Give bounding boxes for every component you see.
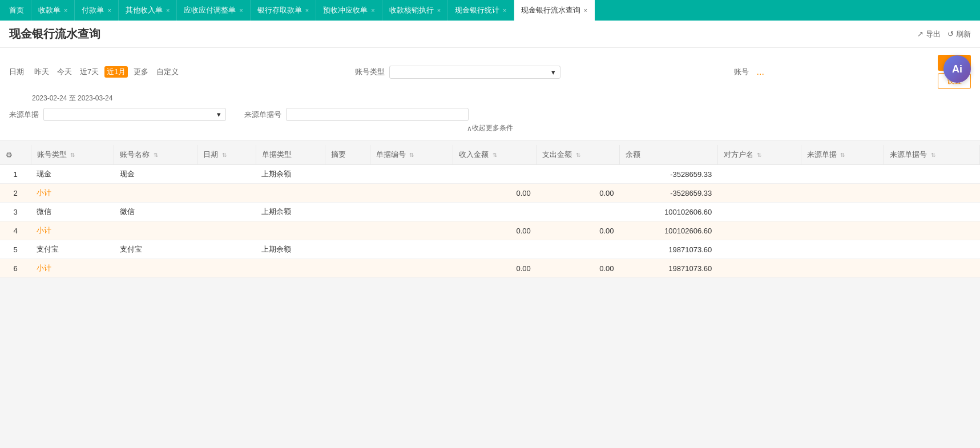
top-nav: 首页收款单×付款单×其他收入单×应收应付调整单×银行存取款单×预收冲应收单×收款… [0,0,980,21]
col-counterpart[interactable]: 对方户名 ⇅ [717,145,801,165]
export-button[interactable]: ↗ 导出 [917,29,941,39]
date-opt-7days[interactable]: 近7天 [78,66,101,78]
col-source-doc-no[interactable]: 来源单据号 ⇅ [884,145,980,165]
cell-balance: 19871073.60 [620,259,718,278]
cell-balance: -3528659.33 [620,184,718,203]
table-body: 1现金现金上期余额-3528659.332小计0.000.00-3528659.… [0,165,980,278]
close-icon[interactable]: × [371,7,374,14]
close-icon[interactable]: × [107,7,111,14]
col-account-type[interactable]: 账号类型 ⇅ [31,145,114,165]
cell-income [453,203,537,221]
cell-source-doc-no [884,221,980,240]
nav-item-预收冲应收单[interactable]: 预收冲应收单× [316,0,382,21]
col-expense[interactable]: 支出金额 ⇅ [537,145,620,165]
col-source-doc[interactable]: 来源单据 ⇅ [801,145,884,165]
table-row: 1现金现金上期余额-3528659.33 [0,165,980,184]
cell-doc-no [370,165,453,184]
close-icon[interactable]: × [437,7,441,14]
table-row: 6小计0.000.0019871073.60 [0,259,980,278]
col-gear[interactable]: ⚙ [0,145,31,165]
nav-item-收款单[interactable]: 收款单× [31,0,75,21]
date-opt-today[interactable]: 今天 [55,66,74,78]
sort-icon-account-type: ⇅ [70,152,75,158]
ai-badge[interactable]: Ai [943,55,971,83]
cell-account-type: 微信 [31,203,114,221]
cell-account-name: 微信 [114,203,197,221]
cell-account-type: 小计 [31,259,114,278]
col-date[interactable]: 日期 ⇅ [197,145,256,165]
refresh-button[interactable]: ↺ 刷新 [947,29,971,39]
date-opt-yesterday[interactable]: 昨天 [32,66,51,78]
cell-summary [325,259,370,278]
date-label: 日期 [9,67,27,77]
account-label: 账号 [734,67,752,77]
cell-source-doc-no [884,203,980,221]
sort-icon-date: ⇅ [222,152,227,158]
nav-item-其他收入单[interactable]: 其他收入单× [119,0,177,21]
nav-item-现金银行流水查询[interactable]: 现金银行流水查询× [514,0,595,21]
cell-summary [325,165,370,184]
cell-doc-no [370,240,453,259]
account-type-label: 账号类型 [355,67,385,77]
account-dots[interactable]: ... [757,67,764,77]
collapse-bar[interactable]: ∧ 收起更多条件 [9,123,971,133]
sort-icon-doc-no: ⇅ [409,152,414,158]
date-opt-custom[interactable]: 自定义 [154,66,181,78]
filter-row-2: 来源单据 ▾ 来源单据号 [9,108,971,121]
header-actions: ↗ 导出 ↺ 刷新 [917,29,971,39]
cell-account-name [114,184,197,203]
cell-no: 2 [0,184,31,203]
cell-income [453,165,537,184]
date-range-display: 2023-02-24 至 2023-03-24 [32,94,112,102]
source-doc-select[interactable]: ▾ [43,108,226,121]
source-doc-filter-group: 来源单据 ▾ [9,108,226,121]
cell-income: 0.00 [453,221,537,240]
cell-expense [537,240,620,259]
cell-source-doc [801,240,884,259]
close-icon[interactable]: × [503,7,506,14]
date-opt-1month[interactable]: 近1月 [104,66,128,78]
cell-source-doc-no [884,184,980,203]
col-summary: 摘要 [325,145,370,165]
nav-item-付款单[interactable]: 付款单× [75,0,118,21]
cell-date [197,165,256,184]
cell-expense: 0.00 [537,221,620,240]
cell-source-doc [801,203,884,221]
cell-summary [325,184,370,203]
cell-date [197,240,256,259]
filter-row-1: 日期 昨天 今天 近7天 近1月 更多 自定义 账号类型 ▾ 账号 . [9,55,971,89]
cell-expense [537,203,620,221]
cell-doc-no [370,221,453,240]
cell-balance: -3528659.33 [620,165,718,184]
nav-item-首页[interactable]: 首页 [2,0,31,21]
export-icon: ↗ [917,30,923,38]
date-filter-group: 日期 昨天 今天 近7天 近1月 更多 自定义 [9,66,181,78]
close-icon[interactable]: × [166,7,170,14]
close-icon[interactable]: × [239,7,243,14]
cell-account-type: 小计 [31,221,114,240]
nav-item-银行存取款单[interactable]: 银行存取款单× [251,0,316,21]
cell-no: 6 [0,259,31,278]
source-doc-no-input[interactable] [286,108,469,121]
table-row: 4小计0.000.00100102606.60 [0,221,980,240]
date-opt-more[interactable]: 更多 [131,66,151,78]
date-options: 昨天 今天 近7天 近1月 更多 自定义 [32,66,181,78]
close-icon[interactable]: × [305,7,309,14]
nav-item-收款核销执行[interactable]: 收款核销执行× [382,0,448,21]
col-doc-no[interactable]: 单据编号 ⇅ [370,145,453,165]
cell-expense: 0.00 [537,259,620,278]
nav-item-应收应付调整单[interactable]: 应收应付调整单× [177,0,250,21]
cell-account-name: 支付宝 [114,240,197,259]
col-income[interactable]: 收入金额 ⇅ [453,145,537,165]
sort-icon-income: ⇅ [493,152,497,158]
close-icon[interactable]: × [584,7,587,14]
source-doc-no-label: 来源单据号 [244,110,281,120]
col-balance: 余额 [620,145,718,165]
col-account-name[interactable]: 账号名称 ⇅ [114,145,197,165]
nav-item-现金银行统计[interactable]: 现金银行统计× [448,0,514,21]
close-icon[interactable]: × [64,7,67,14]
table-header: ⚙ 账号类型 ⇅ 账号名称 ⇅ 日期 ⇅ 单据类型 摘要 [0,145,980,165]
cell-counterpart [717,165,801,184]
account-type-select[interactable]: ▾ [389,66,560,79]
cell-counterpart [717,221,801,240]
